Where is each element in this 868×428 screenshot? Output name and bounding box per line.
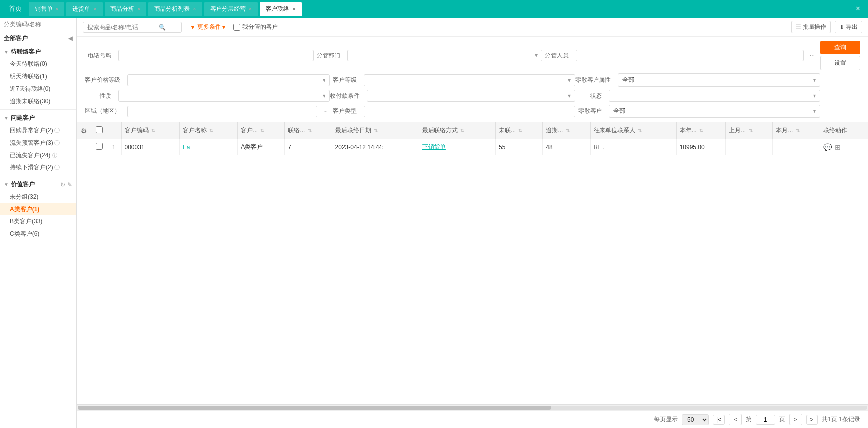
sidebar-item-class-b[interactable]: B类客户(33) xyxy=(0,215,76,228)
sidebar-item-class-c[interactable]: C类客户(6) xyxy=(0,228,76,240)
col-last-month-sort-icon[interactable]: ⇅ xyxy=(749,128,753,133)
more-conditions-button[interactable]: ▼ 更多条件 ▾ xyxy=(186,21,229,33)
sidebar-item-class-a[interactable]: A类客户(1) xyxy=(0,203,76,215)
sidebar-item-declining[interactable]: 持续下滑客户(2) ⓘ xyxy=(0,161,76,174)
filter-cell-price-level: 客户价格等级 ▾ xyxy=(85,74,330,86)
my-customers-checkbox-label[interactable]: 我分管的客户 xyxy=(233,23,278,31)
sidebar-item-7days[interactable]: 近7天待联络(0) xyxy=(0,83,76,95)
prev-page-button[interactable]: ＜ xyxy=(729,414,742,425)
page-number-input[interactable] xyxy=(756,415,775,425)
query-button[interactable]: 查询 xyxy=(820,41,860,54)
row-overdue: 48 xyxy=(546,144,552,151)
per-page-select[interactable]: 50 100 200 xyxy=(682,414,709,425)
col-contact-sort-icon[interactable]: ⇅ xyxy=(308,128,312,133)
col-last-way-sort-icon[interactable]: ⇅ xyxy=(460,128,464,133)
edit-icon[interactable]: ✎ xyxy=(67,181,72,188)
price-level-select[interactable]: ▾ xyxy=(127,74,330,86)
tab-sales[interactable]: 销售单 × xyxy=(29,2,64,16)
settings-button[interactable]: 设置 xyxy=(820,56,860,70)
sidebar-item-tomorrow[interactable]: 明天待联络(1) xyxy=(0,70,76,83)
retail-attr-select[interactable]: 全部 ▾ xyxy=(618,73,820,87)
tab-product-analysis-list[interactable]: 商品分析列表 × xyxy=(148,2,202,16)
next-page-button[interactable]: ＞ xyxy=(789,414,802,425)
scrollbar-thumb[interactable] xyxy=(78,406,551,410)
col-this-month-sort-icon[interactable]: ⇅ xyxy=(796,128,800,133)
last-page-button[interactable]: >| xyxy=(806,415,818,425)
search-submit-icon[interactable]: 🔍 xyxy=(159,24,166,31)
group-value-label: 价值客户 xyxy=(11,180,35,189)
row-num: 1 xyxy=(112,144,116,151)
sidebar-item-repurchase-abnormal[interactable]: 回购异常客户(2) ⓘ xyxy=(0,124,76,137)
row-last-way[interactable]: 下销货单 xyxy=(422,143,446,150)
phone-input[interactable] xyxy=(118,50,314,61)
sidebar-item-loss-warning[interactable]: 流失预警客户(3) ⓘ xyxy=(0,137,76,149)
retail-attr-label: 零散客户属性 xyxy=(575,76,614,84)
sidebar-item-overdue[interactable]: 逾期未联络(30) xyxy=(0,95,76,107)
first-page-button[interactable]: |< xyxy=(713,415,725,425)
sidebar-item-unclassified[interactable]: 未分组(32) xyxy=(0,191,76,203)
close-purchase-tab[interactable]: × xyxy=(93,6,96,12)
sidebar-search-input[interactable] xyxy=(4,21,77,28)
close-sales-tab[interactable]: × xyxy=(55,6,58,12)
region-input[interactable] xyxy=(127,106,317,117)
export-button[interactable]: ⬇ 导出 xyxy=(835,21,862,33)
row-name[interactable]: Ea xyxy=(183,144,190,151)
search-input[interactable] xyxy=(87,24,157,31)
col-header-unit-contact: 往来单位联系人 ⇅ xyxy=(590,122,676,139)
collapse-icon[interactable]: ◀ xyxy=(68,35,72,42)
retail2-select[interactable]: 全部 ▾ xyxy=(609,105,820,118)
row-num-cell: 1 xyxy=(107,139,121,155)
col-overdue-sort-icon[interactable]: ⇅ xyxy=(566,128,570,133)
group-pending-contact[interactable]: ▼ 待联络客户 xyxy=(0,46,76,58)
col-header-name: 客户名称 ⇅ xyxy=(179,122,237,139)
select-all-checkbox[interactable] xyxy=(96,126,103,133)
payment-select[interactable]: ▾ xyxy=(367,90,575,102)
col-header-last-way: 最后联络方式 ⇅ xyxy=(419,122,495,139)
batch-operation-button[interactable]: ☰ 批量操作 xyxy=(791,21,831,33)
horizontal-scrollbar[interactable] xyxy=(77,404,868,410)
col-year-total-sort-icon[interactable]: ⇅ xyxy=(699,128,703,133)
group-value-title[interactable]: ▼ 价值客户 xyxy=(4,180,35,189)
close-product-analysis-tab[interactable]: × xyxy=(137,6,140,12)
status-select[interactable]: ▾ xyxy=(609,90,820,102)
refresh-icon[interactable]: ↻ xyxy=(60,181,65,188)
home-tab[interactable]: 首页 xyxy=(4,4,27,13)
col-type-sort-icon[interactable]: ⇅ xyxy=(260,128,264,133)
col-header-code: 客户编码 ⇅ xyxy=(121,122,179,139)
person-dots-icon[interactable]: ··· xyxy=(808,52,816,59)
row-contact: 7 xyxy=(288,144,291,151)
col-name-sort-icon[interactable]: ⇅ xyxy=(209,128,213,133)
col-code-sort-icon[interactable]: ⇅ xyxy=(151,128,155,133)
tab-customer-contact[interactable]: 客户联络 × xyxy=(260,2,301,16)
tab-customer-segment[interactable]: 客户分层经营 × xyxy=(204,2,258,16)
customer-type-input[interactable] xyxy=(364,106,575,117)
col-header-action: 联络动作 xyxy=(820,122,868,139)
action-link-icon[interactable]: ⊞ xyxy=(835,143,841,151)
my-customers-checkbox[interactable] xyxy=(233,24,240,31)
nature-select[interactable]: ▾ xyxy=(118,90,330,102)
tab-product-analysis[interactable]: 商品分析 × xyxy=(105,2,146,16)
sidebar-item-today[interactable]: 今天待联络(0) xyxy=(0,58,76,70)
region-dots-icon[interactable]: ··· xyxy=(321,108,330,115)
col-last-date-sort-icon[interactable]: ⇅ xyxy=(374,128,378,133)
sidebar-item-lost[interactable]: 已流失客户(24) ⓘ xyxy=(0,149,76,161)
window-close-button[interactable]: × xyxy=(852,4,864,13)
row-year-total-cell: 10995.00 xyxy=(676,139,726,155)
dept-select[interactable]: ▾ xyxy=(347,50,542,61)
table-gear-icon[interactable]: ⚙ xyxy=(81,127,87,135)
close-customer-segment-tab[interactable]: × xyxy=(249,6,252,12)
col-contact-label: 联络... xyxy=(288,127,305,134)
row-checkbox[interactable] xyxy=(96,143,103,150)
customer-level-select[interactable]: ▾ xyxy=(364,74,575,86)
all-customers-header[interactable]: 全部客户 ◀ xyxy=(0,31,76,46)
col-no-contact-sort-icon[interactable]: ⇅ xyxy=(518,128,522,133)
tab-purchase[interactable]: 进货单 × xyxy=(66,2,102,16)
close-product-analysis-list-tab[interactable]: × xyxy=(193,6,196,12)
info-icon-4: ⓘ xyxy=(54,164,60,170)
person-input[interactable] xyxy=(576,50,804,61)
col-unit-contact-sort-icon[interactable]: ⇅ xyxy=(638,128,642,133)
nature-arrow-icon: ▾ xyxy=(323,92,326,99)
group-problem-customers[interactable]: ▼ 问题客户 xyxy=(0,112,76,124)
action-comment-icon[interactable]: 💬 xyxy=(823,143,832,151)
close-customer-contact-tab[interactable]: × xyxy=(292,6,295,12)
